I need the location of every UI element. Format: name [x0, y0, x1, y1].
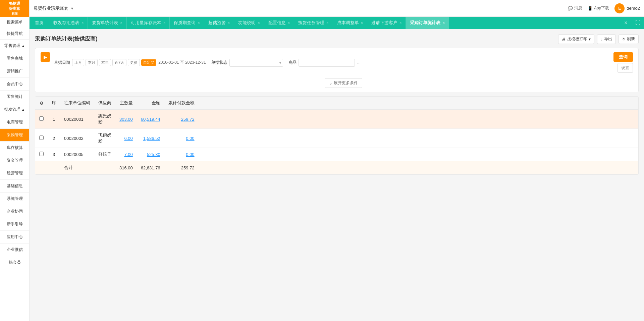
row-checkbox-1[interactable] [35, 129, 48, 148]
row-no-2: 3 [48, 148, 60, 161]
close-all-tabs-btn[interactable]: × [620, 17, 632, 29]
tab-shoufacun[interactable]: 收发存汇总表 × [49, 17, 88, 29]
sidebar-item-enterprise[interactable]: 企业协同 [0, 205, 29, 218]
user-menu[interactable]: E demo2 [614, 3, 640, 13]
tab-chengbentiaozhen[interactable]: 成本调整单 × [333, 17, 367, 29]
sidebar-item-retail-stats[interactable]: 零售统计 [0, 91, 29, 103]
tab-caigoudindan-close[interactable]: × [442, 21, 444, 25]
sidebar-item-operation[interactable]: 经营管理 [0, 167, 29, 180]
tab-keyong[interactable]: 可用量库存账本 × [127, 17, 170, 29]
sidebar: 畅捷通 好生意 标版 搜索菜单 快捷导航 零售管理 ▲ 零售商城 营销推广 会员… [0, 0, 30, 321]
app-download-icon: 📱 [588, 6, 593, 11]
sidebar-item-search[interactable]: 搜索菜单 [0, 17, 29, 28]
setting-btn[interactable]: 设置 [618, 63, 633, 73]
col-no: 序 [48, 97, 60, 110]
print-dropdown-icon: ▾ [589, 37, 591, 42]
table-footer: 合计 316.00 62,631.76 259.72 [35, 161, 638, 174]
tab-yaoqing-close[interactable]: × [399, 21, 401, 25]
tab-gongneng[interactable]: 功能说明 × [234, 17, 264, 29]
table-row: 1 00020001 惠氏奶粉 303.00 60,519.44 259.72 [35, 110, 638, 129]
topbar-right: 💬 消息 📱 App下载 E demo2 [568, 3, 640, 13]
sidebar-item-inventory[interactable]: 库存核算 [0, 142, 29, 154]
sidebar-item-retail[interactable]: 零售管理 ▲ [0, 40, 29, 52]
tab-peizhi[interactable]: 配置信息 × [264, 17, 294, 29]
tab-yaohuo-close[interactable]: × [120, 21, 122, 25]
sidebar-item-corpwechat[interactable]: 企业微信 [0, 244, 29, 256]
sidebar-item-appcenter[interactable]: 应用中心 [0, 231, 29, 244]
wholesale-arrow-icon: ▲ [21, 108, 25, 111]
tab-chaochuyujing[interactable]: 超储预警 × [204, 17, 234, 29]
date-quick-buttons: 上月 本月 本年 近7天 更多 自定义 [72, 59, 156, 66]
row-checkbox-2[interactable] [35, 148, 48, 161]
col-code: 往来单位编码 [60, 97, 94, 110]
row-paid-2: 0.00 [164, 148, 199, 161]
sidebar-item-system[interactable]: 系统管理 [0, 193, 29, 205]
footer-paid: 259.72 [164, 161, 199, 174]
column-settings-icon[interactable]: ⚙ [40, 101, 44, 106]
table-body: 1 00020001 惠氏奶粉 303.00 60,519.44 259.72 … [35, 110, 638, 161]
tab-peizhi-close[interactable]: × [288, 21, 290, 25]
date-more-btn[interactable]: 更多 [128, 59, 140, 66]
filter-toggle-btn[interactable]: ▶ [41, 52, 50, 62]
tab-paihuorenwu-close[interactable]: × [326, 21, 328, 25]
table-footer-row: 合计 316.00 62,631.76 259.72 [35, 161, 638, 174]
expand-filter-btn[interactable]: ⌄ 展开更多条件 [325, 78, 362, 88]
sidebar-item-quicknav[interactable]: 快捷导航 [0, 28, 29, 40]
sidebar-item-newguide[interactable]: 新手引导 [0, 218, 29, 231]
app-download-btn[interactable]: 📱 App下载 [588, 5, 609, 11]
sidebar-item-vip[interactable]: 畅会员 [0, 256, 29, 269]
topbar-left: 母婴行业演示账套 ▾ [34, 5, 565, 11]
tab-chaochuyujing-close[interactable]: × [228, 21, 230, 25]
tab-baoxiaoqi-close[interactable]: × [198, 21, 200, 25]
sidebar-item-retail-store[interactable]: 零售商城 [0, 52, 29, 65]
refresh-icon: ↻ [622, 37, 626, 42]
status-select-wrapper [229, 59, 283, 67]
date-custom-badge[interactable]: 自定义 [141, 59, 156, 66]
date-prev-month-btn[interactable]: 上月 [72, 59, 84, 66]
tab-shoufacun-close[interactable]: × [82, 21, 84, 25]
table-header: ⚙ 序 往来单位编码 供应商 主数量 金额 累计付款金额 [35, 97, 638, 110]
goods-more-icon[interactable]: … [357, 60, 361, 65]
page-title: 采购订单统计表(按供应商) [35, 36, 98, 43]
tab-keyong-close[interactable]: × [163, 21, 165, 25]
table-row: 3 00020005 好孩子 7.00 525.80 0.00 [35, 148, 638, 161]
query-btn[interactable]: 查询 [613, 52, 633, 62]
row-quantity-1: 6.00 [115, 129, 137, 148]
tab-yaoqing[interactable]: 邀请下游客户 × [367, 17, 406, 29]
tab-caigoudindan[interactable]: 采购订单统计表 × [406, 17, 449, 29]
goods-input[interactable] [299, 59, 355, 67]
tab-baoxiaoqi[interactable]: 保质期查询 × [170, 17, 204, 29]
message-btn[interactable]: 💬 消息 [568, 5, 582, 11]
export-btn[interactable]: ↓ 导出 [597, 34, 616, 44]
row-checkbox-0[interactable] [35, 110, 48, 129]
tab-yaohuo[interactable]: 要货单统计表 × [88, 17, 126, 29]
sidebar-logo-text: 畅捷通 好生意 标版 [9, 1, 20, 16]
tab-paihuorenwu[interactable]: 拣货任务管理 × [294, 17, 333, 29]
sidebar-item-basic[interactable]: 基础信息 [0, 180, 29, 193]
tab-home[interactable]: 首页 [30, 17, 49, 29]
row-amount-1: 1,586.52 [137, 129, 164, 148]
sidebar-item-marketing[interactable]: 营销推广 [0, 65, 29, 78]
sidebar-item-ecommerce[interactable]: 电商管理 [0, 116, 29, 129]
tab-chengbentiaozhen-close[interactable]: × [361, 21, 363, 25]
sidebar-item-member[interactable]: 会员中心 [0, 78, 29, 91]
date-last7-btn[interactable]: 近7天 [112, 59, 126, 66]
refresh-btn[interactable]: ↻ 刷新 [619, 34, 639, 44]
date-filter-label: 单据日期 [54, 60, 70, 65]
row-no-1: 2 [48, 129, 60, 148]
col-extra [199, 97, 638, 110]
tab-gongneng-close[interactable]: × [258, 21, 260, 25]
status-select[interactable] [229, 59, 283, 67]
fullscreen-btn[interactable]: ⛶ [632, 17, 644, 29]
sidebar-item-wholesale[interactable]: 批发管理 ▲ [0, 103, 29, 116]
date-this-year-btn[interactable]: 本年 [99, 59, 111, 66]
footer-label: 合计 [60, 161, 94, 174]
footer-empty-2 [48, 161, 60, 174]
row-code-1: 00020002 [60, 129, 94, 148]
sidebar-item-purchase[interactable]: 采购管理 [0, 129, 29, 142]
workspace-dropdown-icon[interactable]: ▾ [71, 6, 73, 11]
date-this-month-btn[interactable]: 本月 [86, 59, 98, 66]
sidebar-item-finance[interactable]: 资金管理 [0, 154, 29, 167]
main-area: 母婴行业演示账套 ▾ 💬 消息 📱 App下载 E demo2 首页 收发存汇总… [30, 0, 644, 321]
print-btn[interactable]: 🖨 按模板打印 ▾ [558, 34, 594, 44]
